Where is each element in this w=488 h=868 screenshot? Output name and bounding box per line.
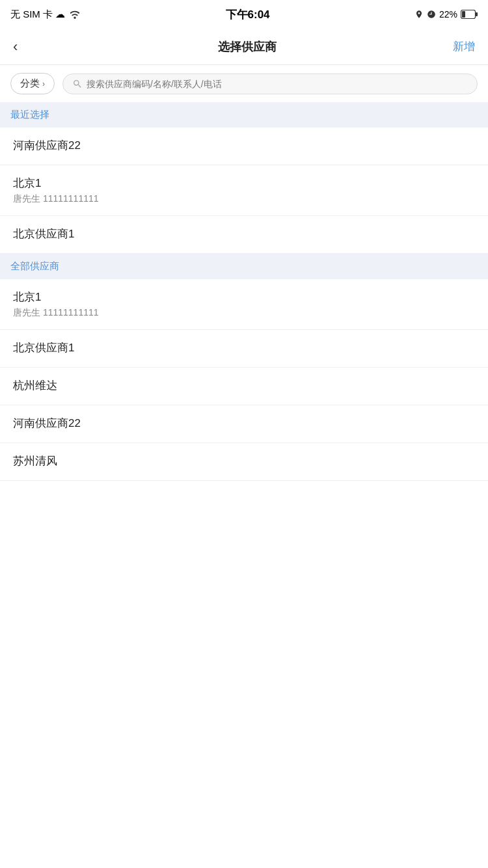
list-item[interactable]: 北京供应商1 [0,216,488,254]
recent-section-header: 最近选择 [0,102,488,128]
status-time: 下午6:04 [226,7,270,22]
all-items-list: 北京1 唐先生 11111111111 北京供应商1 杭州维达 河南供应商22 … [0,279,488,481]
item-name: 杭州维达 [13,378,475,393]
battery-icon [461,10,478,19]
status-right: 22% [414,9,478,20]
list-item[interactable]: 河南供应商22 [0,405,488,443]
search-input[interactable] [87,79,468,89]
no-sim-label: 无 SIM 卡 ☁ [10,8,65,21]
category-button[interactable]: 分类 › [10,73,55,94]
status-left: 无 SIM 卡 ☁ [10,8,81,21]
item-name: 北京1 [13,290,475,305]
list-item[interactable]: 北京1 唐先生 11111111111 [0,279,488,330]
list-item[interactable]: 北京供应商1 [0,330,488,368]
search-icon [72,79,83,89]
wifi-icon [69,10,81,19]
svg-rect-2 [476,12,478,16]
svg-rect-1 [462,11,465,18]
item-name: 河南供应商22 [13,138,475,153]
recent-items-list: 河南供应商22 北京1 唐先生 11111111111 北京供应商1 [0,128,488,254]
nav-bar: ‹ 选择供应商 新增 [0,29,488,65]
category-label: 分类 [20,77,40,90]
list-item[interactable]: 苏州清风 [0,443,488,481]
add-button[interactable]: 新增 [453,39,475,54]
filter-bar: 分类 › [0,65,488,102]
search-box[interactable] [62,74,478,94]
battery-label: 22% [439,9,457,20]
all-section-header: 全部供应商 [0,254,488,279]
list-item[interactable]: 杭州维达 [0,368,488,405]
back-button[interactable]: ‹ [13,38,42,55]
item-name: 北京供应商1 [13,226,475,241]
item-name: 北京1 [13,176,475,191]
chevron-right-icon: › [42,79,45,88]
location-icon [414,10,424,19]
item-sub: 唐先生 11111111111 [13,193,475,205]
list-item[interactable]: 河南供应商22 [0,128,488,165]
page-title: 选择供应商 [218,39,277,55]
item-name: 苏州清风 [13,454,475,468]
item-name: 河南供应商22 [13,416,475,431]
list-item[interactable]: 北京1 唐先生 11111111111 [0,165,488,216]
status-bar: 无 SIM 卡 ☁ 下午6:04 22% [0,0,488,29]
item-sub: 唐先生 11111111111 [13,307,475,319]
item-name: 北京供应商1 [13,340,475,355]
alarm-icon [427,10,436,19]
